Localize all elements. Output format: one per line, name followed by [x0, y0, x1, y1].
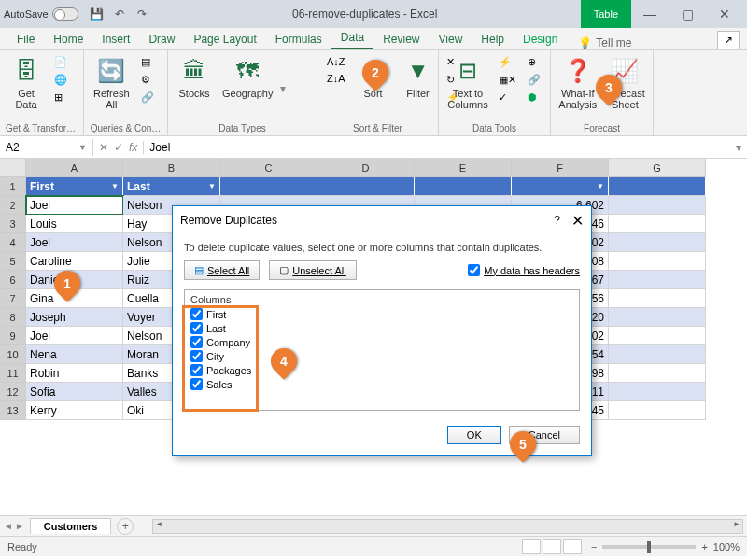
tab-data[interactable]: Data [331, 27, 374, 49]
tab-insert[interactable]: Insert [92, 29, 139, 49]
tab-review[interactable]: Review [374, 29, 429, 49]
cell[interactable] [609, 289, 706, 308]
cell[interactable] [609, 196, 706, 215]
data-validation-icon[interactable]: ✓ [495, 90, 520, 105]
cell[interactable] [609, 308, 706, 327]
enter-icon[interactable]: ✓ [114, 141, 123, 154]
select-all-corner[interactable] [0, 159, 26, 177]
tab-home[interactable]: Home [44, 29, 92, 49]
cancel-icon[interactable]: ✕ [99, 141, 108, 154]
dialog-help-button[interactable]: ? [554, 214, 560, 227]
headers-checkbox[interactable]: My data has headers [468, 264, 580, 276]
row-header[interactable]: 3 [0, 215, 26, 233]
row-header[interactable]: 4 [0, 233, 26, 252]
table-header-cell[interactable] [609, 177, 706, 196]
cell[interactable]: Gina [26, 289, 123, 308]
column-header[interactable]: D [317, 159, 415, 177]
close-button[interactable]: ✕ [706, 1, 743, 27]
tab-design[interactable]: Design [514, 29, 567, 49]
stocks-button[interactable]: 🏛 Stocks [174, 54, 215, 101]
table-header-cell[interactable] [220, 177, 317, 196]
row-header[interactable]: 1 [0, 177, 26, 196]
page-break-view-button[interactable] [563, 539, 582, 554]
cancel-button[interactable]: Cancel [509, 426, 580, 444]
cell[interactable]: Joel [26, 327, 123, 345]
row-header[interactable]: 12 [0, 383, 26, 401]
table-header-cell[interactable]: First▼ [26, 177, 123, 196]
row-header[interactable]: 13 [0, 401, 26, 420]
cell[interactable]: Joel [26, 196, 123, 215]
cell[interactable] [609, 364, 706, 383]
column-header[interactable]: F [512, 159, 609, 177]
cell[interactable]: Caroline [26, 252, 123, 271]
column-header[interactable]: A [26, 159, 123, 177]
autosave-toggle[interactable]: AutoSave [4, 7, 78, 21]
row-header[interactable]: 6 [0, 271, 26, 289]
tab-draw[interactable]: Draw [139, 29, 184, 49]
sort-za-icon[interactable]: Z↓A [323, 71, 349, 86]
filter-button[interactable]: ▼ Filter [398, 54, 439, 101]
ok-button[interactable]: OK [447, 426, 501, 444]
column-header[interactable]: C [220, 159, 317, 177]
row-header[interactable]: 2 [0, 196, 26, 215]
tab-view[interactable]: View [430, 29, 472, 49]
fx-icon[interactable]: fx [129, 141, 137, 154]
cell[interactable] [609, 383, 706, 401]
row-header[interactable]: 9 [0, 327, 26, 345]
expand-icon[interactable]: ▾ [730, 141, 747, 154]
column-checkbox[interactable]: Last [190, 321, 573, 335]
cell[interactable]: Louis [26, 215, 123, 233]
select-all-button[interactable]: ▤ Select All [184, 260, 260, 280]
sheet-prev-icon[interactable]: ◄ [4, 521, 13, 531]
add-sheet-button[interactable]: + [117, 518, 134, 535]
tab-formulas[interactable]: Formulas [266, 29, 331, 49]
minimize-button[interactable]: — [631, 1, 669, 27]
zoom-out-button[interactable]: − [591, 541, 597, 553]
from-web-icon[interactable]: 🌐 [50, 72, 71, 88]
cell[interactable] [609, 401, 706, 420]
table-header-cell[interactable]: ▼ [512, 177, 609, 196]
relationships-icon[interactable]: 🔗 [524, 72, 544, 88]
from-text-icon[interactable]: 📄 [50, 54, 71, 70]
sheet-next-icon[interactable]: ► [15, 521, 24, 531]
cell[interactable]: Joel [26, 233, 123, 252]
row-header[interactable]: 5 [0, 252, 26, 271]
consolidate-icon[interactable]: ⊕ [524, 54, 544, 70]
table-header-cell[interactable] [317, 177, 415, 196]
row-header[interactable]: 11 [0, 364, 26, 383]
column-checkbox[interactable]: City [190, 349, 573, 363]
links-icon[interactable]: 🔗 [137, 90, 158, 105]
redo-icon[interactable]: ↷ [134, 7, 149, 21]
cell[interactable] [609, 327, 706, 345]
name-box[interactable]: A2 ▼ [0, 139, 93, 156]
cell[interactable]: Kerry [26, 401, 123, 420]
dialog-close-button[interactable]: ✕ [571, 212, 584, 230]
sheet-tab-customers[interactable]: Customers [30, 518, 111, 534]
tell-me-search[interactable]: 💡 Tell me [578, 36, 631, 49]
column-checkbox[interactable]: Company [190, 335, 573, 349]
cell[interactable]: Nena [26, 345, 123, 364]
get-data-button[interactable]: 🗄 Get Data [6, 54, 47, 112]
cell[interactable] [609, 233, 706, 252]
cell[interactable]: Joseph [26, 308, 123, 327]
column-header[interactable]: G [609, 159, 706, 177]
save-icon[interactable]: 💾 [90, 7, 105, 21]
cell[interactable] [609, 345, 706, 364]
zoom-slider[interactable] [602, 545, 696, 549]
maximize-button[interactable]: ▢ [669, 1, 706, 27]
row-header[interactable]: 10 [0, 345, 26, 364]
table-header-cell[interactable] [415, 177, 512, 196]
unselect-all-button[interactable]: ▢ Unselect All [269, 260, 356, 280]
queries-icon[interactable]: ▤ [137, 54, 158, 70]
cell[interactable]: Robin [26, 364, 123, 383]
zoom-in-button[interactable]: + [701, 541, 707, 553]
manage-model-icon[interactable]: ⬢ [524, 90, 544, 105]
tab-file[interactable]: File [7, 29, 44, 49]
column-checkbox[interactable]: First [190, 307, 573, 321]
undo-icon[interactable]: ↶ [112, 7, 127, 21]
properties-icon[interactable]: ⚙ [137, 72, 158, 88]
formula-input[interactable]: Joel [144, 139, 730, 156]
share-button[interactable]: ↗ [717, 31, 740, 49]
row-header[interactable]: 8 [0, 308, 26, 327]
column-checkbox[interactable]: Packages [190, 363, 573, 377]
